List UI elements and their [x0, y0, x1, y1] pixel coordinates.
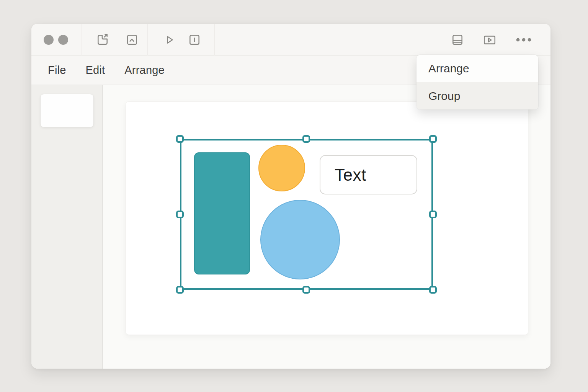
- present-button[interactable]: [483, 33, 497, 47]
- split-view-button[interactable]: [451, 33, 464, 47]
- slide-icon: [188, 33, 201, 46]
- context-menu: Arrange Group: [416, 55, 538, 109]
- selection-handle-middle-left[interactable]: [176, 211, 184, 218]
- text-box-shape[interactable]: Text: [320, 155, 417, 194]
- export-button[interactable]: [96, 33, 109, 47]
- selection-handle-top-left[interactable]: [176, 135, 184, 143]
- more-button[interactable]: [517, 33, 531, 47]
- window-control-dot[interactable]: [44, 35, 54, 45]
- toolbar-divider: [147, 24, 148, 56]
- app-window: File Edit Arrange Text Arrange Group: [31, 24, 550, 369]
- menubar-item-file[interactable]: File: [48, 64, 66, 77]
- context-menu-item-arrange[interactable]: Arrange: [416, 55, 538, 82]
- play-icon: [163, 33, 176, 46]
- export-icon: [96, 33, 109, 46]
- toolbar: [31, 24, 550, 56]
- selection-handle-middle-right[interactable]: [429, 211, 437, 218]
- slide-sidebar: [31, 85, 103, 369]
- insert-image-button[interactable]: [125, 33, 139, 47]
- insert-image-icon: [126, 33, 139, 46]
- more-icon: [516, 38, 532, 42]
- selection-handle-bottom-middle[interactable]: [302, 286, 310, 294]
- selection-handle-bottom-right[interactable]: [429, 286, 437, 294]
- slide-thumbnail[interactable]: [40, 94, 94, 127]
- menubar-item-arrange[interactable]: Arrange: [124, 64, 165, 77]
- present-icon: [483, 33, 497, 46]
- toolbar-divider: [214, 24, 215, 56]
- context-menu-item-group[interactable]: Group: [416, 82, 538, 109]
- window-control-dot[interactable]: [58, 35, 68, 45]
- slide-view-button[interactable]: [188, 33, 201, 47]
- selection-handle-bottom-left[interactable]: [176, 286, 184, 294]
- text-box-label: Text: [335, 165, 366, 185]
- selection-handle-top-middle[interactable]: [302, 135, 310, 143]
- blue-circle-shape[interactable]: [260, 200, 340, 279]
- selection-handle-top-right[interactable]: [429, 135, 437, 143]
- menubar-item-edit[interactable]: Edit: [86, 64, 105, 77]
- toolbar-divider: [82, 24, 82, 56]
- orange-circle-shape[interactable]: [258, 145, 305, 191]
- teal-rectangle-shape[interactable]: [194, 152, 250, 274]
- play-button[interactable]: [162, 33, 176, 47]
- split-horizontal-icon: [451, 33, 464, 46]
